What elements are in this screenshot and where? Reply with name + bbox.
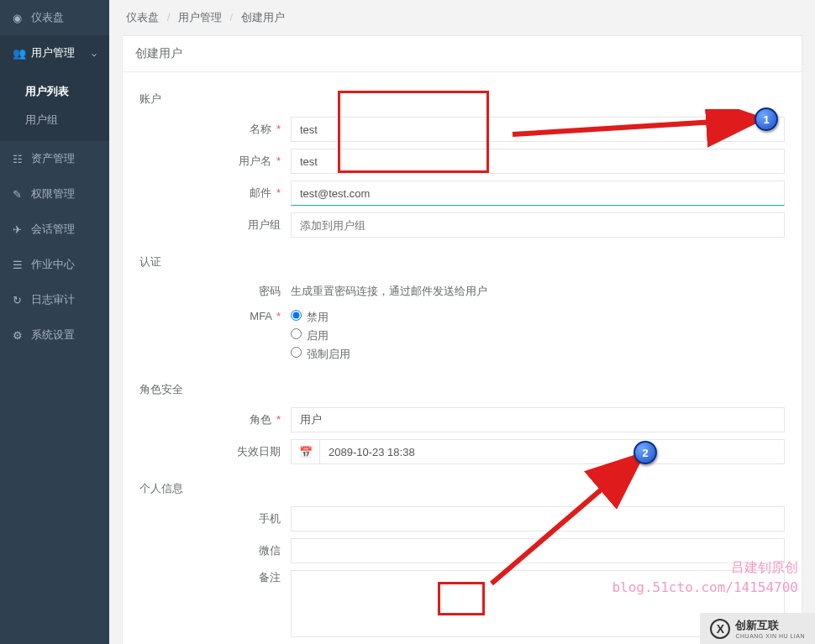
section-role: 角色安全 [139, 382, 785, 397]
sidebar: ◉ 仪表盘 👥 用户管理 ⌵ 用户列表 用户组 ☷ 资产管理 ✎ 权限管理 ✈ … [0, 0, 109, 644]
breadcrumb: 仪表盘 / 用户管理 / 创建用户 [109, 0, 815, 35]
sidebar-item-assets[interactable]: ☷ 资产管理 [0, 141, 109, 176]
sidebar-item-label: 会话管理 [31, 222, 75, 237]
users-icon: 👥 [13, 47, 24, 59]
section-account: 账户 [139, 92, 785, 107]
breadcrumb-item: 创建用户 [241, 11, 285, 24]
role-input[interactable] [291, 407, 785, 432]
logo-badge: X 创新互联 CHUANG XIN HU LIAN [700, 613, 815, 644]
section-auth: 认证 [139, 254, 785, 270]
breadcrumb-item[interactable]: 仪表盘 [126, 11, 159, 24]
sidebar-sub-userlist[interactable]: 用户列表 [0, 77, 109, 106]
dashboard-icon: ◉ [13, 12, 24, 24]
sidebar-submenu: 用户列表 用户组 [0, 71, 109, 141]
server-icon: ☷ [13, 153, 24, 165]
watermark: 吕建钊原创 blog.51cto.com/14154700 [612, 558, 798, 598]
tasks-icon: ☰ [13, 259, 24, 270]
breadcrumb-sep: / [230, 11, 234, 24]
label-expire: 失效日期 [139, 444, 291, 459]
label-name: 名称 * [139, 122, 291, 137]
annotation-marker-1: 1 [755, 107, 778, 131]
phone-input[interactable] [291, 506, 785, 531]
sidebar-item-label: 用户管理 [31, 45, 75, 60]
mfa-enable[interactable]: 启用 [291, 328, 785, 343]
sidebar-item-label: 系统设置 [31, 327, 75, 343]
label-username: 用户名 * [139, 154, 291, 169]
form-panel: 创建用户 账户 名称 * 用户名 * 邮件 * 用户组 [122, 35, 802, 644]
sidebar-item-label: 仪表盘 [31, 10, 64, 25]
sidebar-item-users[interactable]: 👥 用户管理 ⌵ [0, 35, 109, 71]
label-email: 邮件 * [139, 186, 291, 201]
name-input[interactable] [291, 117, 785, 142]
sidebar-item-label: 日志审计 [31, 292, 75, 307]
label-wechat: 微信 [139, 543, 291, 558]
section-personal: 个人信息 [139, 481, 785, 496]
label-role: 角色 * [139, 412, 291, 427]
breadcrumb-sep: / [167, 11, 171, 24]
sidebar-item-label: 资产管理 [31, 151, 75, 166]
password-hint: 生成重置密码连接，通过邮件发送给用户 [291, 280, 785, 303]
label-mfa: MFA * [139, 310, 291, 322]
expire-input[interactable] [319, 439, 785, 464]
label-password: 密码 [139, 284, 291, 299]
edit-icon: ✎ [13, 188, 24, 200]
history-icon: ↻ [13, 294, 24, 306]
sidebar-item-sessions[interactable]: ✈ 会话管理 [0, 212, 109, 247]
main-content: 仪表盘 / 用户管理 / 创建用户 创建用户 账户 名称 * 用户名 * 邮件 … [109, 0, 815, 644]
plane-icon: ✈ [13, 223, 24, 235]
sidebar-item-label: 作业中心 [31, 257, 75, 272]
logo-icon: X [710, 619, 730, 639]
username-input[interactable] [291, 149, 785, 174]
sidebar-item-audit[interactable]: ↻ 日志审计 [0, 282, 109, 317]
calendar-icon[interactable]: 📅 [291, 439, 319, 464]
mfa-disable[interactable]: 禁用 [291, 310, 785, 325]
sidebar-item-jobs[interactable]: ☰ 作业中心 [0, 247, 109, 282]
email-input[interactable] [291, 181, 785, 206]
sidebar-item-perms[interactable]: ✎ 权限管理 [0, 176, 109, 212]
mfa-radio-group: 禁用 启用 强制启用 [291, 310, 785, 365]
chevron-down-icon: ⌵ [92, 49, 97, 58]
usergroup-input[interactable] [291, 212, 785, 238]
sidebar-item-dashboard[interactable]: ◉ 仪表盘 [0, 0, 109, 35]
label-usergroup: 用户组 [139, 217, 291, 233]
label-remark: 备注 [139, 570, 291, 585]
sidebar-item-label: 权限管理 [31, 186, 75, 202]
panel-title: 创建用户 [123, 36, 802, 72]
sidebar-item-settings[interactable]: ⚙ 系统设置 [0, 317, 109, 353]
mfa-force[interactable]: 强制启用 [291, 347, 785, 362]
annotation-marker-2: 2 [634, 441, 657, 464]
label-phone: 手机 [139, 511, 291, 526]
cogs-icon: ⚙ [13, 329, 24, 341]
sidebar-sub-usergroup[interactable]: 用户组 [0, 106, 109, 134]
breadcrumb-item[interactable]: 用户管理 [178, 11, 222, 24]
